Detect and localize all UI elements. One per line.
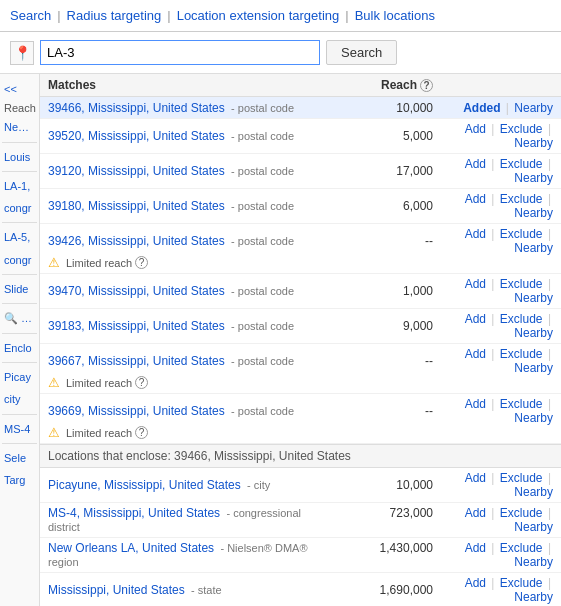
location-link[interactable]: 39669, Mississippi, United States <box>48 404 225 418</box>
location-actions: Add | Exclude | Nearby <box>433 576 553 604</box>
location-link[interactable]: MS-4, Mississippi, United States <box>48 506 220 520</box>
exclude-action-link[interactable]: Exclude <box>500 347 543 361</box>
location-reach: 17,000 <box>353 164 433 178</box>
add-action-link[interactable]: Add <box>465 227 486 241</box>
nav-sep-1: | <box>57 8 60 23</box>
location-type: - postal code <box>231 165 294 177</box>
location-link[interactable]: 39466, Mississippi, United States <box>48 101 225 115</box>
sidebar-item-sele[interactable]: Sele <box>2 447 37 469</box>
exclude-action-link[interactable]: Exclude <box>500 312 543 326</box>
nav-search-link[interactable]: Search <box>10 8 51 23</box>
location-reach: 1,690,000 <box>353 583 433 597</box>
nearby-action-link[interactable]: Nearby <box>514 520 553 534</box>
add-action-link[interactable]: Add <box>465 347 486 361</box>
sidebar-item-ms4[interactable]: MS-4 <box>2 418 37 440</box>
nearby-action-link[interactable]: Nearby <box>514 291 553 305</box>
nearby-action-link[interactable]: Nearby <box>514 326 553 340</box>
sidebar-item-enclo[interactable]: Enclo <box>2 337 37 359</box>
sidebar-item-la5[interactable]: LA-5, <box>2 226 37 248</box>
sidebar-item-sho[interactable]: 🔍 Sho <box>2 307 37 329</box>
exclude-action-link[interactable]: Exclude <box>500 506 543 520</box>
location-name: Picayune, Mississippi, United States - c… <box>48 478 353 492</box>
sidebar-item-congr1[interactable]: congr <box>2 197 37 219</box>
location-link[interactable]: 39180, Mississippi, United States <box>48 199 225 213</box>
nearby-action-link[interactable]: Nearby <box>514 206 553 220</box>
location-link[interactable]: Picayune, Mississippi, United States <box>48 478 241 492</box>
nearby-action-link[interactable]: Nearby <box>514 101 553 115</box>
sidebar-item-louis[interactable]: Louis <box>2 146 37 168</box>
location-link[interactable]: 39183, Mississippi, United States <box>48 319 225 333</box>
location-link[interactable]: 39667, Mississippi, United States <box>48 354 225 368</box>
limited-reach-help-icon[interactable]: ? <box>135 256 148 269</box>
location-type: - postal code <box>231 405 294 417</box>
add-action-link[interactable]: Add <box>465 576 486 590</box>
sidebar-item-la1[interactable]: LA-1, <box>2 175 37 197</box>
limited-reach-help-icon[interactable]: ? <box>135 376 148 389</box>
exclude-action-link[interactable]: Exclude <box>500 541 543 555</box>
location-actions: Add | Exclude | Nearby <box>433 347 553 375</box>
exclude-action-link[interactable]: Exclude <box>500 471 543 485</box>
exclude-action-link[interactable]: Exclude <box>500 576 543 590</box>
sidebar-reach-label: Reach <box>2 100 37 116</box>
table-row: 39669, Mississippi, United States - post… <box>40 394 561 444</box>
nav-location-ext-link[interactable]: Location extension targeting <box>177 8 340 23</box>
sidebar-item-congr2[interactable]: congr <box>2 249 37 271</box>
exclude-action-link[interactable]: Exclude <box>500 192 543 206</box>
add-action-link[interactable]: Add <box>465 471 486 485</box>
sidebar-nav-icon[interactable]: << <box>2 78 37 100</box>
add-action-link[interactable]: Add <box>465 506 486 520</box>
location-actions: Add | Exclude | Nearby <box>433 471 553 499</box>
location-actions: Add | Exclude | Nearby <box>433 277 553 305</box>
location-link[interactable]: 39120, Mississippi, United States <box>48 164 225 178</box>
location-link[interactable]: 39520, Mississippi, United States <box>48 129 225 143</box>
search-input[interactable] <box>40 40 320 65</box>
location-actions: Added | Nearby <box>433 101 553 115</box>
sidebar-sep-8 <box>2 414 37 415</box>
exclude-action-link[interactable]: Exclude <box>500 157 543 171</box>
add-action-link[interactable]: Add <box>465 277 486 291</box>
nearby-action-link[interactable]: Nearby <box>514 171 553 185</box>
add-action-link[interactable]: Add <box>465 192 486 206</box>
sidebar-sep-7 <box>2 362 37 363</box>
nearby-action-link[interactable]: Nearby <box>514 361 553 375</box>
nearby-action-link[interactable]: Nearby <box>514 590 553 604</box>
exclude-action-link[interactable]: Exclude <box>500 277 543 291</box>
action-sep: | <box>506 101 509 115</box>
location-link[interactable]: Mississippi, United States <box>48 583 185 597</box>
nav-bulk-link[interactable]: Bulk locations <box>355 8 435 23</box>
nav-radius-link[interactable]: Radius targeting <box>67 8 162 23</box>
exclude-action-link[interactable]: Exclude <box>500 122 543 136</box>
location-link[interactable]: 39470, Mississippi, United States <box>48 284 225 298</box>
add-action-link[interactable]: Add <box>465 157 486 171</box>
nearby-action-link[interactable]: Nearby <box>514 136 553 150</box>
search-button[interactable]: Search <box>326 40 397 65</box>
nearby-action-link[interactable]: Nearby <box>514 411 553 425</box>
add-action-link[interactable]: Add <box>465 312 486 326</box>
add-action-link[interactable]: Add <box>465 122 486 136</box>
nearby-action-link[interactable]: Nearby <box>514 241 553 255</box>
location-type: - city <box>247 479 270 491</box>
nav-sep-2: | <box>167 8 170 23</box>
location-actions: Add | Exclude | Nearby <box>433 541 553 569</box>
sidebar-item-targ: Targ <box>2 469 37 491</box>
location-name: 39669, Mississippi, United States - post… <box>48 404 353 418</box>
location-actions: Add | Exclude | Nearby <box>433 192 553 220</box>
sidebar-item-city: city <box>2 388 37 410</box>
top-navigation: Search | Radius targeting | Location ext… <box>0 0 561 32</box>
location-link[interactable]: 39426, Mississippi, United States <box>48 234 225 248</box>
nearby-action-link[interactable]: Nearby <box>514 485 553 499</box>
sidebar-item-picay[interactable]: Picay <box>2 366 37 388</box>
location-link[interactable]: New Orleans LA, United States <box>48 541 214 555</box>
limited-reach-help-icon[interactable]: ? <box>135 426 148 439</box>
exclude-action-link[interactable]: Exclude <box>500 227 543 241</box>
location-type: - postal code <box>231 285 294 297</box>
col-matches-header: Matches <box>48 78 353 92</box>
exclude-action-link[interactable]: Exclude <box>500 397 543 411</box>
reach-help-icon[interactable]: ? <box>420 79 433 92</box>
added-label: Added <box>463 101 500 115</box>
sidebar-nearby-label[interactable]: Nearby <box>2 116 37 138</box>
add-action-link[interactable]: Add <box>465 541 486 555</box>
add-action-link[interactable]: Add <box>465 397 486 411</box>
nearby-action-link[interactable]: Nearby <box>514 555 553 569</box>
sidebar-item-slide[interactable]: Slide <box>2 278 37 300</box>
